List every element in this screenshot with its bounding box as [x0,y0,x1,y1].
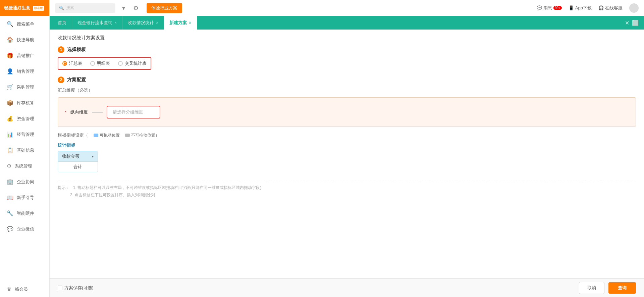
service-label: 在线客服 [605,5,623,11]
draggable-badge: 可拖动位置 [94,133,120,138]
dimension-selector[interactable]: 请选择分组维度 [107,106,160,118]
chevron-down-icon[interactable]: ▾ [92,155,94,158]
building-icon: 🏢 [7,179,13,185]
tab-home[interactable]: 首页 [52,16,72,30]
dimension-placeholder: 请选择分组维度 [113,109,143,114]
bottom-bar: 方案保存(可选) 取消 查询 [50,278,644,297]
crown-icon: ♛ [7,286,11,292]
sidebar-item-label: 营销推广 [17,53,34,59]
cancel-button[interactable]: 取消 [579,282,604,294]
download-button[interactable]: 📱 App下载 [569,5,592,11]
settings-icon[interactable]: ⚙ [132,3,140,13]
sidebar-item-label: 新手引导 [17,195,34,201]
gear-icon: ⚙ [7,163,11,169]
download-label: App下载 [575,5,592,11]
sidebar-item-purchase[interactable]: 🛒 采购管理 [0,79,49,95]
message-button[interactable]: 💬 消息 99+ [537,5,562,11]
headset-icon: 🎧 [598,5,604,10]
trial-button[interactable]: 体验行业方案 [147,3,182,13]
required-mark: * [65,110,66,115]
sidebar-item-label: 销售管理 [17,68,34,75]
dropdown-icon[interactable]: ▾ [121,3,126,13]
step1-title: 选择模板 [67,47,86,53]
tab-bank-flow[interactable]: 现金银行流水查询 × [72,16,122,30]
radio-summary[interactable]: 汇总表 [62,60,82,66]
sidebar-item-enterprise-wechat[interactable]: 💬 企业微信 [0,221,49,237]
sidebar-item-system[interactable]: ⚙ 系统管理 [0,158,49,174]
sidebar-item-operations[interactable]: 📊 经营管理 [0,127,49,142]
sidebar-item-label: 企业协同 [17,179,34,185]
user-icon: 👤 [7,68,13,75]
sidebar-item-label: 快捷导航 [17,37,34,43]
query-button[interactable]: 查询 [608,282,636,294]
tips-section: 提示： 1. 拖动标题栏可以调整布局，不可跨维度或指标区域拖动栏目字段(只能在同… [58,180,636,199]
sidebar-item-label: 系统管理 [15,163,32,169]
logo-text: 畅捷通好生意 [4,5,30,11]
page-content-area: 收款情况统计方案设置 1 选择模板 汇总表 明细表 [50,30,644,297]
sidebar: 畅捷通好生意 标准版 🔍 搜索菜单 🏠 快捷导航 🎁 营销推广 👤 销售管理 🛒… [0,0,50,297]
sidebar-item-smart-hardware[interactable]: 🔧 智能硬件 [0,205,49,221]
save-checkbox[interactable] [58,286,62,290]
metrics-table: 收款金额 ▾ 合计 [58,151,98,172]
sidebar-item-label: 企业微信 [17,226,34,232]
step1-header: 1 选择模板 [58,46,636,53]
tab-bank-flow-close[interactable]: × [114,20,117,25]
metrics-column-header: 收款金额 [62,153,79,159]
step2-section: 2 方案配置 汇总维度（必选） * 纵向维度 —— 请选择分组维度 [58,77,636,199]
service-button[interactable]: 🎧 在线客服 [598,5,623,11]
radio-detail-circle [90,61,95,66]
non-draggable-icon [125,134,130,137]
search-placeholder: 搜索 [66,5,74,11]
radio-cross[interactable]: 交叉统计表 [118,60,147,66]
tab-collection-stats-close[interactable]: × [156,20,158,25]
sidebar-item-beginner-guide[interactable]: 📖 新手引导 [0,190,49,205]
tip-item-1: 1. 拖动标题栏可以调整布局，不可跨维度或指标区域拖动栏目字段(只能在同一维度或… [73,185,261,190]
expand-window-icon[interactable]: ⬜ [632,20,639,26]
tab-new-plan[interactable]: 新建方案 × [164,16,197,30]
step1-number: 1 [58,46,64,53]
radio-summary-label: 汇总表 [69,60,82,66]
radio-detail[interactable]: 明细表 [90,60,110,66]
search-icon: 🔍 [59,6,64,10]
sidebar-item-base-info[interactable]: 📋 基础信息 [0,142,49,158]
tab-home-label: 首页 [58,20,66,26]
save-option[interactable]: 方案保存(可选) [58,285,94,291]
step2-header: 2 方案配置 [58,77,636,83]
sidebar-item-sales[interactable]: 👤 销售管理 [0,63,49,79]
sidebar-item-search-menu[interactable]: 🔍 搜索菜单 [0,16,49,32]
radio-cross-circle [118,61,123,66]
tab-new-plan-close[interactable]: × [189,20,191,25]
sidebar-item-enterprise-collab[interactable]: 🏢 企业协同 [0,174,49,190]
dimension-row: * 纵向维度 —— 请选择分组维度 [65,106,629,118]
message-label: 消息 [543,5,552,11]
sidebar-item-label: 智能硬件 [17,210,34,216]
step1-section: 1 选择模板 汇总表 明细表 交叉统计表 [58,46,636,70]
tab-actions: ✕ ⬜ [625,20,641,26]
user-avatar[interactable] [629,3,639,13]
chart-icon: 📊 [7,131,13,138]
tips-spacer [58,193,69,197]
dimension-section-label: 汇总维度（必选） [58,87,636,93]
main-area: 🔍 搜索 ▾ ⚙ 体验行业方案 💬 消息 99+ 📱 App下载 🎧 在线客服 [50,0,644,297]
sidebar-item-marketing[interactable]: 🎁 营销推广 [0,48,49,63]
sidebar-item-inventory[interactable]: 📦 库存核算 [0,95,49,111]
tab-collection-stats[interactable]: 收款情况统计 × [122,16,164,30]
tips-title: 提示： [58,185,72,190]
message-icon: 💬 [537,5,542,10]
sidebar-item-finance[interactable]: 💰 资金管理 [0,111,49,127]
sidebar-item-member[interactable]: ♛ 畅会员 [0,281,49,297]
sidebar-item-quick-nav[interactable]: 🏠 快捷导航 [0,32,49,48]
sidebar-item-label: 搜索菜单 [17,21,34,27]
metrics-table-header[interactable]: 收款金额 ▾ [58,151,98,162]
sidebar-item-label: 库存核算 [17,100,34,106]
topbar: 🔍 搜索 ▾ ⚙ 体验行业方案 💬 消息 99+ 📱 App下载 🎧 在线客服 [50,0,644,16]
metrics-category-label: 统计指标 [58,142,636,148]
topbar-search[interactable]: 🔍 搜索 [55,3,115,13]
money-icon: 💰 [7,115,13,122]
metrics-table-row: 合计 [58,162,98,172]
sidebar-item-label: 经营管理 [17,132,34,138]
sidebar-logo: 畅捷通好生意 标准版 [0,0,49,16]
step2-title: 方案配置 [67,77,86,83]
radio-cross-label: 交叉统计表 [125,60,147,66]
close-window-icon[interactable]: ✕ [625,20,629,26]
